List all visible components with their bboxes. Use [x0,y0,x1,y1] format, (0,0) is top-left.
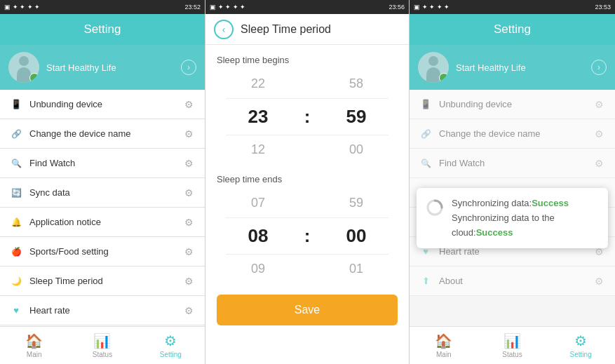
avatar-badge [29,73,39,83]
right-menu-about[interactable]: About [410,267,615,296]
gear-icon [593,157,605,170]
right-nav-setting[interactable]: ⚙ Setting [546,327,615,364]
right-time: 23:53 [595,4,611,11]
divider-3 [226,217,388,218]
moon-icon [10,275,22,288]
divider-2 [226,135,388,135]
sleep-ends-above-row: 07 59 [205,191,409,215]
left-menu-sync-label: Sync data [29,187,175,198]
middle-panel: ▣ ✦ ✦ ✦ ✦ 23:56 ‹ Sleep Time period Slee… [205,0,410,364]
left-nav-setting[interactable]: ⚙ Setting [137,327,205,364]
gear-icon [593,275,605,288]
left-menu-find-watch[interactable]: Find Watch [0,149,205,178]
left-menu-sports-food[interactable]: Sports/Food setting [0,237,205,267]
sync-line2-success: Success [476,227,513,238]
right-menu-find-watch-label: Find Watch [439,158,586,168]
gear-icon [182,128,195,140]
tag-icon [10,128,22,140]
left-setting-header: Setting [0,14,205,45]
colon-1: : [300,106,314,128]
middle-status-right: 23:56 [388,4,405,11]
right-menu-change-name[interactable]: Change the device name [410,119,615,149]
sleep-ends-sel-hour: 08 [216,221,300,251]
gear-icon [593,128,605,140]
save-button[interactable]: Save [217,295,398,325]
right-menu-find-watch[interactable]: Find Watch [410,149,615,178]
right-menu-unbunding[interactable]: Unbunding device [410,90,615,119]
chart-icon: 📊 [504,332,521,349]
sleep-begins-picker[interactable]: 22 58 23 : 59 12 00 [205,69,409,164]
home-icon: 🏠 [25,332,43,349]
left-menu-heart-label: Heart rate [29,305,175,316]
left-menu-list: Unbunding device Change the device name … [0,90,205,326]
middle-time: 23:56 [388,4,405,11]
left-menu-sports-label: Sports/Food setting [29,246,175,257]
bell-icon [10,216,22,229]
left-menu-unbunding[interactable]: Unbunding device [0,90,205,119]
right-profile-section[interactable]: Start Healthy Life › [410,45,615,90]
left-menu-change-name[interactable]: Change the device name [0,119,205,149]
search-icon [10,157,22,170]
sleep-ends-below-row: 09 01 [205,257,409,281]
sleep-ends-label: Sleep time ends [205,164,409,189]
left-nav-status-label: Status [93,351,112,358]
sleep-begins-sel-min: 59 [314,102,398,132]
middle-app-icons: ▣ ✦ ✦ ✦ ✦ [210,4,245,11]
back-button[interactable]: ‹ [214,20,234,39]
right-panel-content: Unbunding device Change the device name … [410,90,615,364]
sleep-ends-sel-min: 00 [314,221,398,251]
sleep-begins-below-hour: 12 [216,138,300,161]
colon-2: : [300,225,314,247]
left-profile-arrow[interactable]: › [181,60,196,75]
right-menu-change-name-label: Change the device name [439,128,586,139]
right-menu-unbunding-label: Unbunding device [439,99,586,109]
middle-header-title: Sleep Time period [241,23,331,36]
left-nav-setting-label: Setting [160,351,182,358]
sleep-begins-above-min: 58 [314,72,398,95]
left-header-title: Setting [84,22,121,36]
left-menu-change-name-label: Change the device name [29,128,175,139]
left-panel: ▣ ✦ ✦ ✦ ✦ 23:52 Setting Start Healthy Li… [0,0,205,364]
sleep-begins-above-row: 22 58 [205,72,409,95]
left-nav-main[interactable]: 🏠 Main [0,327,68,364]
sleep-ends-picker[interactable]: 07 59 08 : 00 09 01 [205,189,409,283]
sleep-ends-above-hour: 07 [216,191,300,215]
sleep-begins-label: Sleep time begins [205,45,409,69]
right-nav-main[interactable]: 🏠 Main [410,327,478,364]
left-nav-main-label: Main [27,351,42,358]
left-menu-heart-rate[interactable]: Heart rate [0,296,205,325]
avatar-head [428,56,438,66]
sleep-begins-below-row: 12 00 [205,138,409,161]
left-menu-sleep-time[interactable]: Sleep Time period [0,267,205,296]
middle-header: ‹ Sleep Time period [205,14,409,45]
sync-line1: Synchronizing data:Success [452,196,600,211]
right-profile-arrow[interactable]: › [591,60,607,75]
spinner-icon [425,198,445,217]
left-nav-status[interactable]: 📊 Status [68,327,136,364]
left-profile-section[interactable]: Start Healthy Life › [0,45,205,90]
sleep-begins-above-hour: 22 [216,72,300,95]
heart-icon [10,304,22,317]
right-nav-status[interactable]: 📊 Status [478,327,547,364]
left-status-right: 23:52 [184,4,201,11]
chart-icon: 📊 [93,332,111,349]
left-menu-app-notice[interactable]: Application notice [0,208,205,237]
gear-icon [182,157,195,170]
right-status-right: 23:53 [595,4,611,11]
left-status-left: ▣ ✦ ✦ ✦ ✦ [4,4,40,11]
right-status-left: ▣ ✦ ✦ ✦ ✦ [414,4,450,11]
sync-line1-prefix: Synchronizing data: [452,198,532,208]
avatar-body [426,67,440,83]
right-bottom-nav: 🏠 Main 📊 Status ⚙ Setting [410,326,615,364]
right-nav-setting-label: Setting [570,351,592,358]
divider-1 [226,98,388,99]
left-menu-sync-data[interactable]: Sync data [0,178,205,208]
left-time: 23:52 [184,4,201,11]
sleep-ends-above-min: 59 [314,191,398,215]
left-menu-find-watch-label: Find Watch [29,158,175,168]
left-menu-sleep-label: Sleep Time period [29,276,175,286]
sleep-ends-selected-row: 08 : 00 [205,221,409,251]
sync-line2: Synchronizing data to the cloud:Success [452,211,600,241]
gear-icon [182,98,195,111]
right-profile-text: Start Healthy Life [456,62,584,73]
